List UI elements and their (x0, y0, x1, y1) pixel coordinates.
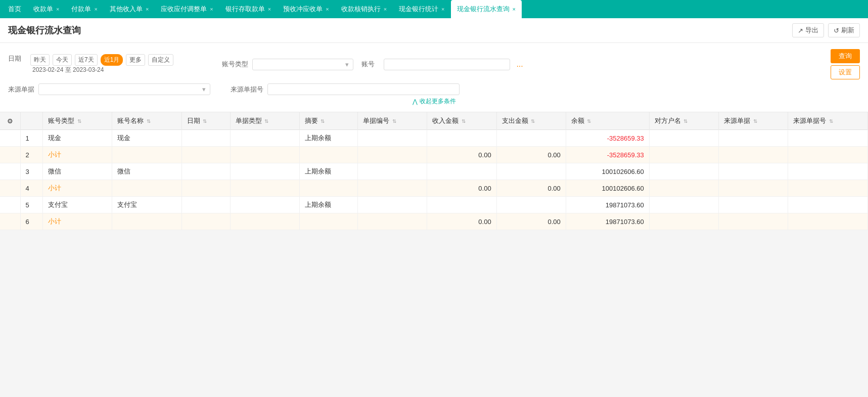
nav-ar-adjust-close[interactable]: × (210, 0, 213, 18)
account-label: 账号 (361, 60, 380, 69)
account-type-label: 账号类型 (222, 60, 248, 69)
sort-source-doc-icon: ⇅ (753, 118, 757, 124)
table-row: 1 现金 现金 上期余额 -3528659.33 (0, 130, 868, 147)
nav-receipt[interactable]: 收款单 × (27, 0, 65, 18)
col-counterparty[interactable]: 对方户名 ⇅ (649, 112, 718, 130)
col-source-doc[interactable]: 来源单据 ⇅ (718, 112, 788, 130)
table-header-row: ⚙ 账号类型 ⇅ 账号名称 ⇅ 日期 ⇅ 单据类型 ⇅ (0, 112, 868, 130)
header-actions: ↗ 导出 ↺ 刷新 (792, 23, 860, 37)
cell-summary (299, 180, 358, 197)
cell-income (427, 197, 496, 213)
cell-summary: 上期余额 (299, 163, 358, 180)
cell-source-doc (718, 213, 788, 230)
cell-source-doc-no (788, 180, 868, 197)
filter-area: 日期 昨天 今天 近7天 近1月 更多 自定义 2023-02-24 至 202… (0, 43, 868, 112)
sort-account-name-icon: ⇅ (147, 118, 151, 124)
nav-write-off[interactable]: 收款核销执行 × (335, 0, 393, 18)
settings-button[interactable]: 设置 (831, 65, 860, 79)
col-expense[interactable]: 支出金额 ⇅ (496, 112, 566, 130)
date-yesterday[interactable]: 昨天 (30, 54, 50, 66)
sort-doc-type-icon: ⇅ (264, 118, 268, 124)
date-custom[interactable]: 自定义 (148, 54, 173, 66)
cell-date (181, 197, 230, 213)
cell-num: 2 (20, 147, 43, 163)
query-button[interactable]: 查询 (831, 49, 860, 63)
cell-counterparty (649, 130, 718, 147)
cell-account-name (112, 180, 181, 197)
col-doc-no[interactable]: 单据编号 ⇅ (358, 112, 427, 130)
dots-button[interactable]: ... (514, 60, 525, 69)
nav-payment-close[interactable]: × (94, 0, 97, 18)
filter-row-2: 来源单据 ▾ 来源单据号 (8, 83, 860, 95)
nav-payment[interactable]: 付款单 × (65, 0, 103, 18)
col-account-name[interactable]: 账号名称 ⇅ (112, 112, 181, 130)
sort-income-icon: ⇅ (462, 118, 466, 124)
source-doc-select[interactable]: ▾ (38, 83, 210, 95)
refresh-button[interactable]: ↺ 刷新 (828, 23, 860, 37)
nav-other-income-close[interactable]: × (146, 0, 149, 18)
nav-write-off-close[interactable]: × (384, 0, 387, 18)
col-income[interactable]: 收入金额 ⇅ (427, 112, 496, 130)
col-source-doc-no[interactable]: 来源单据号 ⇅ (788, 112, 868, 130)
nav-bank-deposit[interactable]: 银行存取款单 × (219, 0, 277, 18)
cell-balance: 100102606.60 (566, 163, 649, 180)
date-1month[interactable]: 近1月 (101, 54, 123, 66)
col-settings[interactable]: ⚙ (0, 112, 20, 130)
cell-doc-type (230, 213, 299, 230)
nav-ar-adjust[interactable]: 应收应付调整单 × (155, 0, 219, 18)
col-doc-type[interactable]: 单据类型 ⇅ (230, 112, 299, 130)
nav-bank-stat-close[interactable]: × (441, 0, 444, 18)
source-doc-no-input[interactable] (267, 83, 460, 95)
nav-home[interactable]: 首页 (2, 0, 27, 18)
date-filter-group: 日期 昨天 今天 近7天 近1月 更多 自定义 2023-02-24 至 202… (8, 54, 173, 74)
cell-income (427, 130, 496, 147)
cell-account-name (112, 213, 181, 230)
cell-source-doc-no (788, 147, 868, 163)
nav-bank-flow-close[interactable]: × (513, 0, 516, 18)
sort-counterparty-icon: ⇅ (683, 118, 688, 124)
cell-date (181, 163, 230, 180)
date-7days[interactable]: 近7天 (75, 54, 98, 66)
col-balance[interactable]: 余额 ⇅ (566, 112, 649, 130)
cell-doc-no (358, 213, 427, 230)
sort-date-icon: ⇅ (203, 118, 207, 124)
cell-income: 0.00 (427, 147, 496, 163)
nav-other-income[interactable]: 其他收入单 × (104, 0, 155, 18)
date-more[interactable]: 更多 (126, 54, 145, 66)
account-type-select[interactable]: ▾ (252, 59, 353, 70)
collapse-bar[interactable]: ⋀ 收起更多条件 (8, 95, 860, 106)
cell-date (181, 180, 230, 197)
account-input[interactable] (384, 59, 510, 70)
nav-bank-flow[interactable]: 现金银行流水查询 × (451, 0, 522, 18)
col-account-type[interactable]: 账号类型 ⇅ (43, 112, 112, 130)
cell-expense: 0.00 (496, 147, 566, 163)
cell-settings (0, 180, 20, 197)
cell-balance: -3528659.33 (566, 130, 649, 147)
cell-num: 3 (20, 163, 43, 180)
cell-num: 4 (20, 180, 43, 197)
cell-account-name: 现金 (112, 130, 181, 147)
cell-balance: 19871073.60 (566, 213, 649, 230)
col-date[interactable]: 日期 ⇅ (181, 112, 230, 130)
nav-bank-deposit-close[interactable]: × (268, 0, 271, 18)
date-label: 日期 (8, 54, 26, 63)
cell-doc-no (358, 197, 427, 213)
data-table: ⚙ 账号类型 ⇅ 账号名称 ⇅ 日期 ⇅ 单据类型 ⇅ (0, 112, 868, 230)
cell-counterparty (649, 197, 718, 213)
cell-source-doc-no (788, 197, 868, 213)
cell-account-name (112, 147, 181, 163)
nav-advance-close[interactable]: × (326, 0, 329, 18)
cell-account-type: 小计 (43, 180, 112, 197)
col-summary[interactable]: 摘要 ⇅ (299, 112, 358, 130)
export-button[interactable]: ↗ 导出 (792, 23, 824, 37)
cell-date (181, 213, 230, 230)
cell-date (181, 147, 230, 163)
nav-bank-stat[interactable]: 现金银行统计 × (393, 0, 450, 18)
date-today[interactable]: 今天 (53, 54, 72, 66)
table-settings-icon[interactable]: ⚙ (7, 117, 13, 125)
nav-receipt-close[interactable]: × (56, 0, 59, 18)
cell-expense: 0.00 (496, 180, 566, 197)
source-doc-no-group: 来源单据号 (231, 83, 460, 95)
cell-source-doc (718, 180, 788, 197)
nav-advance[interactable]: 预收冲应收单 × (277, 0, 335, 18)
